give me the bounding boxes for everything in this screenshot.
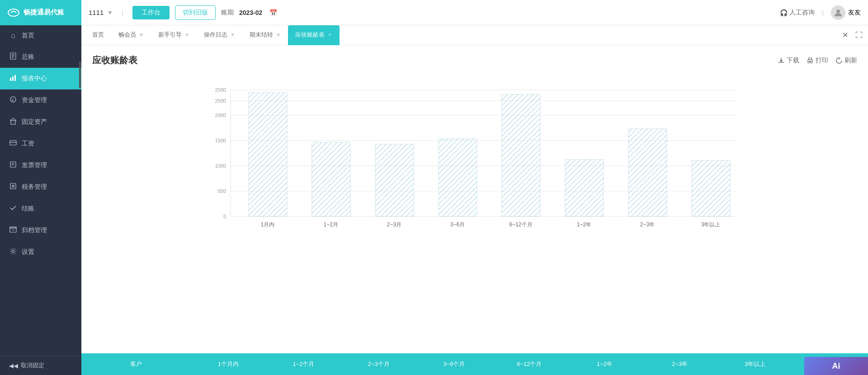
logo-text: 畅捷通易代账: [24, 8, 64, 17]
svg-point-23: [12, 250, 14, 253]
user-name: 友友: [848, 9, 861, 17]
consult-button[interactable]: 🎧 人工咨询: [780, 9, 815, 17]
headset-icon: 🎧: [780, 9, 788, 16]
svg-rect-44: [375, 144, 414, 216]
settings-icon: [9, 248, 17, 257]
table-col-2-3y: 2~3年: [642, 360, 717, 368]
tab-ar-aging-close[interactable]: ×: [327, 31, 332, 39]
calendar-icon[interactable]: 📅: [269, 9, 277, 16]
collapse-label: 取消固定: [21, 361, 44, 370]
tab-home[interactable]: 首页: [85, 25, 111, 45]
scroll-bar: [79, 61, 81, 89]
ai-badge[interactable]: Ai: [804, 357, 868, 375]
download-icon: [778, 57, 785, 64]
svg-rect-6: [10, 78, 11, 81]
sidebar-label-assets: 固定资产: [22, 118, 47, 126]
sidebar-item-invoice[interactable]: 发票管理: [0, 155, 81, 176]
tab-period-end[interactable]: 期末结转 ×: [242, 25, 288, 45]
user-area[interactable]: 友友: [831, 5, 861, 20]
svg-point-0: [8, 9, 19, 16]
sidebar-item-assets[interactable]: 固定资产: [0, 111, 81, 133]
maximize-button[interactable]: ⛶: [854, 29, 864, 41]
reports-icon: [9, 74, 17, 83]
svg-text:1月内: 1月内: [261, 221, 275, 228]
svg-rect-12: [10, 141, 16, 145]
header-right: 🎧 人工咨询 | 友友: [780, 5, 861, 20]
svg-rect-8: [14, 75, 16, 81]
svg-rect-49: [692, 160, 730, 216]
logo-area: 畅捷通易代账: [0, 0, 81, 25]
invoice-icon: [9, 161, 17, 170]
sidebar-item-reports[interactable]: 报表中心: [0, 68, 81, 89]
svg-rect-46: [502, 94, 540, 216]
refresh-button[interactable]: 刷新: [835, 56, 857, 65]
tab-oplog-close[interactable]: ×: [230, 31, 235, 39]
sidebar-item-settings[interactable]: 设置: [0, 241, 81, 263]
company-selector[interactable]: 1111 ▼: [89, 9, 113, 16]
avatar: [831, 5, 845, 20]
svg-rect-14: [10, 162, 16, 167]
sidebar-item-checkout[interactable]: 结账: [0, 198, 81, 220]
svg-text:2000: 2000: [215, 112, 226, 118]
svg-rect-7: [12, 76, 14, 81]
sidebar-label-archive: 归档管理: [22, 226, 47, 234]
pin-icon: ◀◀: [9, 362, 18, 369]
tab-oplog-label: 操作日志: [204, 31, 227, 39]
consult-label: 人工咨询: [789, 9, 815, 17]
download-label: 下载: [787, 56, 799, 65]
table-col-2-3m: 2~3个月: [341, 360, 416, 368]
sidebar-label-home: 首页: [22, 32, 34, 40]
sidebar-label-reports: 报表中心: [22, 75, 47, 83]
print-icon: [807, 57, 814, 64]
page-content: 应收账龄表 下载 打印 刷新: [81, 45, 868, 353]
table-col-3-6m: 3~6个月: [416, 360, 491, 368]
sidebar-item-tax[interactable]: 税务管理: [0, 176, 81, 198]
download-button[interactable]: 下载: [778, 56, 799, 65]
finance-icon: ¥: [9, 96, 17, 105]
ledger-icon: [9, 52, 17, 61]
tab-member-close[interactable]: ×: [139, 31, 144, 39]
tab-ar-aging-label: 应收账龄表: [295, 31, 325, 39]
content-area: 首页 畅会员 × 新手引导 × 操作日志 × 期末结转 × 应收账龄表 ×: [81, 25, 868, 375]
switch-button[interactable]: 切到旧版: [175, 5, 216, 20]
table-col-6-12m: 6~12个月: [492, 360, 567, 368]
print-label: 打印: [816, 56, 828, 65]
sidebar: ⌂ 首页 总账 报表中心 ¥ 资金管理 固定资产: [0, 25, 81, 375]
svg-rect-25: [809, 61, 811, 62]
sidebar-item-finance[interactable]: ¥ 资金管理: [0, 89, 81, 111]
svg-text:1500: 1500: [215, 138, 226, 143]
workbench-button[interactable]: 工作台: [132, 6, 170, 19]
svg-text:3年以上: 3年以上: [701, 221, 721, 228]
ar-aging-chart: 0 500 1000 1500 2000 2500 2500: [92, 81, 857, 244]
svg-text:0: 0: [223, 214, 226, 219]
tab-guide[interactable]: 新手引导 ×: [151, 25, 197, 45]
refresh-icon: [835, 57, 843, 64]
sidebar-collapse[interactable]: ◀◀ 取消固定: [0, 356, 81, 375]
sidebar-label-ledger: 总账: [22, 53, 34, 61]
svg-text:500: 500: [218, 188, 226, 194]
tab-guide-close[interactable]: ×: [184, 31, 189, 39]
tax-icon: [9, 183, 17, 192]
svg-text:2500: 2500: [215, 87, 226, 93]
sidebar-item-archive[interactable]: 归档管理: [0, 220, 81, 241]
sidebar-label-finance: 资金管理: [22, 96, 47, 104]
tab-period-end-close[interactable]: ×: [276, 31, 281, 39]
svg-text:6~12个月: 6~12个月: [509, 221, 532, 228]
close-all-tabs-button[interactable]: ✕: [840, 29, 850, 41]
sidebar-item-home[interactable]: ⌂ 首页: [0, 25, 81, 46]
svg-text:2~3年: 2~3年: [640, 221, 655, 228]
svg-rect-45: [439, 139, 477, 216]
sidebar-item-ledger[interactable]: 总账: [0, 46, 81, 68]
table-col-1-2y: 1~2年: [567, 360, 642, 368]
payroll-icon: [9, 139, 17, 148]
print-button[interactable]: 打印: [807, 56, 828, 65]
sidebar-label-tax: 税务管理: [22, 183, 47, 191]
tab-member[interactable]: 畅会员 ×: [111, 25, 151, 45]
sidebar-item-payroll[interactable]: 工资: [0, 133, 81, 155]
svg-point-1: [836, 9, 840, 13]
refresh-label: 刷新: [844, 56, 857, 65]
tab-guide-label: 新手引导: [158, 31, 182, 39]
tab-ar-aging[interactable]: 应收账龄表 ×: [288, 25, 340, 45]
tab-oplog[interactable]: 操作日志 ×: [197, 25, 242, 45]
svg-text:2500: 2500: [215, 98, 226, 103]
